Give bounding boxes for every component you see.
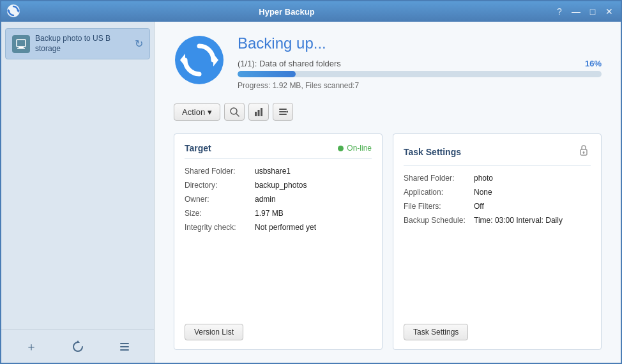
svg-rect-8 <box>120 346 129 347</box>
add-button[interactable]: ＋ <box>19 335 44 358</box>
row-value: 1.97 MB <box>255 209 284 218</box>
table-row: Directory: backup_photos <box>185 181 372 190</box>
row-value: Off <box>474 202 484 211</box>
table-row: Application: None <box>404 188 591 197</box>
row-value: backup_photos <box>255 181 307 190</box>
row-label: Owner: <box>185 195 255 204</box>
task-panel-rows: Shared Folder: photo Application: None F… <box>404 174 591 311</box>
task-panel-header: Task Settings <box>404 143 591 166</box>
online-label: On-line <box>347 144 372 153</box>
main-layout: Backup photo to US B storage ↻ ＋ <box>1 22 621 363</box>
row-label: File Filters: <box>404 202 474 211</box>
app-title: Hyper Backup <box>20 7 553 17</box>
minimize-button[interactable]: — <box>570 5 582 18</box>
svg-rect-17 <box>261 108 262 116</box>
action-dropdown-icon: ▾ <box>208 107 212 117</box>
table-row: Shared Folder: usbshare1 <box>185 167 372 176</box>
svg-rect-7 <box>120 343 129 344</box>
svg-marker-6 <box>76 340 80 343</box>
content-area: Backing up... (1/1): Data of shared fold… <box>155 22 621 363</box>
window-controls: ? — □ ✕ <box>553 5 616 18</box>
menu-button[interactable] <box>273 103 293 121</box>
info-panels: Target On-line Shared Folder: usbshare1 … <box>174 133 602 350</box>
sync-icon <box>174 34 225 87</box>
target-panel-title: Target <box>185 143 211 153</box>
svg-rect-15 <box>255 112 257 116</box>
maximize-button[interactable]: □ <box>586 5 599 18</box>
target-panel: Target On-line Shared Folder: usbshare1 … <box>174 133 383 350</box>
sidebar-item-backup-photo[interactable]: Backup photo to US B storage ↻ <box>5 28 150 59</box>
backup-item-icon <box>12 35 30 53</box>
task-panel-footer: Task Settings <box>404 319 591 340</box>
sidebar-refresh-icon[interactable]: ↻ <box>135 38 143 50</box>
progress-bar-fill <box>238 71 296 77</box>
target-panel-header: Target On-line <box>185 143 372 159</box>
task-settings-panel: Task Settings Shared Folder: photo <box>393 133 602 350</box>
lock-icon <box>577 143 591 160</box>
row-label: Size: <box>185 209 255 218</box>
sidebar-item-label: Backup photo to US B storage <box>35 34 130 54</box>
target-panel-rows: Shared Folder: usbshare1 Directory: back… <box>185 167 372 311</box>
table-row: File Filters: Off <box>404 202 591 211</box>
online-status: On-line <box>338 144 372 153</box>
progress-bar-background <box>238 71 602 77</box>
svg-rect-9 <box>120 349 129 351</box>
svg-rect-16 <box>258 110 260 116</box>
row-label: Directory: <box>185 181 255 190</box>
table-row: Integrity check: Not performed yet <box>185 223 372 232</box>
sidebar: Backup photo to US B storage ↻ ＋ <box>1 22 155 363</box>
status-dot-green <box>338 146 344 151</box>
status-area: Backing up... (1/1): Data of shared fold… <box>174 34 602 90</box>
row-value: None <box>474 188 492 197</box>
titlebar: Hyper Backup ? — □ ✕ <box>1 1 621 22</box>
row-label: Application: <box>404 188 474 197</box>
row-value: admin <box>255 195 276 204</box>
help-button[interactable]: ? <box>553 5 566 18</box>
close-button[interactable]: ✕ <box>603 5 616 18</box>
svg-rect-3 <box>17 40 26 47</box>
version-list-button[interactable]: Version List <box>185 324 243 340</box>
svg-rect-4 <box>19 47 24 48</box>
svg-rect-19 <box>279 111 287 112</box>
row-label: Shared Folder: <box>185 167 255 176</box>
search-button[interactable] <box>224 103 245 121</box>
row-value: Not performed yet <box>255 223 316 232</box>
status-info: Backing up... (1/1): Data of shared fold… <box>238 34 602 90</box>
table-row: Backup Schedule: Time: 03:00 Interval: D… <box>404 216 591 225</box>
sidebar-footer: ＋ <box>1 330 154 363</box>
table-row: Shared Folder: photo <box>404 174 591 183</box>
row-label: Shared Folder: <box>404 174 474 183</box>
action-label: Action <box>182 107 205 117</box>
progress-detail: Progress: 1.92 MB, Files scanned:7 <box>238 81 602 90</box>
toolbar: Action ▾ <box>174 103 602 121</box>
table-row: Size: 1.97 MB <box>185 209 372 218</box>
task-settings-button[interactable]: Task Settings <box>404 324 468 340</box>
row-label: Backup Schedule: <box>404 216 474 225</box>
progress-label-text: (1/1): Data of shared folders <box>238 59 341 68</box>
progress-label-row: (1/1): Data of shared folders 16% <box>238 59 602 68</box>
svg-rect-18 <box>279 109 287 110</box>
status-title: Backing up... <box>238 34 602 52</box>
svg-rect-20 <box>279 114 287 115</box>
svg-rect-24 <box>583 153 584 155</box>
sidebar-list: Backup photo to US B storage ↻ <box>1 22 154 330</box>
target-panel-footer: Version List <box>185 319 372 340</box>
row-value: usbshare1 <box>255 167 291 176</box>
restore-button[interactable] <box>65 335 91 358</box>
svg-marker-21 <box>287 110 288 113</box>
row-value: photo <box>474 174 493 183</box>
row-label: Integrity check: <box>185 223 255 232</box>
log-button[interactable] <box>112 335 137 358</box>
svg-rect-5 <box>17 48 25 49</box>
action-button[interactable]: Action ▾ <box>174 103 220 121</box>
progress-percent: 16% <box>585 59 602 68</box>
titlebar-logo <box>6 4 20 20</box>
table-row: Owner: admin <box>185 195 372 204</box>
chart-button[interactable] <box>248 103 269 121</box>
task-panel-title: Task Settings <box>404 147 461 157</box>
svg-line-14 <box>236 114 239 116</box>
row-value: Time: 03:00 Interval: Daily <box>474 216 563 225</box>
